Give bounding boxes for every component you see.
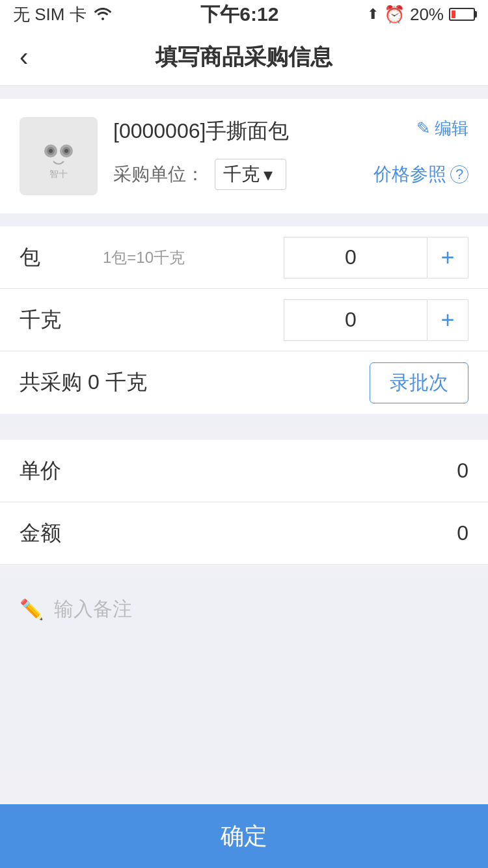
amount-label: 金额	[20, 519, 61, 548]
bag-plus-button[interactable]: +	[427, 237, 468, 278]
summary-text: 共采购 0 千克	[20, 368, 147, 397]
bag-label: 包	[20, 243, 98, 272]
unit-label-text: 采购单位：	[113, 162, 204, 187]
price-ref-help-icon: ?	[450, 165, 468, 183]
price-section: 单价 0 金额 0	[0, 440, 488, 565]
amount-row: 金额 0	[0, 502, 488, 565]
product-card: 智十 [0000006]手撕面包 ✎ 编辑 采购单位： 千克 ▾ 价格参照 ?	[0, 99, 488, 213]
summary-row: 共采购 0 千克 录批次	[0, 351, 488, 414]
confirm-button[interactable]: 确定	[0, 804, 488, 868]
notes-placeholder: 输入备注	[54, 596, 132, 623]
pencil-icon: ✏️	[20, 598, 44, 621]
kg-plus-button[interactable]: +	[427, 299, 468, 341]
spacer	[0, 641, 488, 771]
unit-price-value: 0	[457, 459, 468, 483]
svg-point-6	[64, 149, 68, 153]
time-label: 下午6:12	[200, 1, 278, 28]
back-button[interactable]: ‹	[20, 42, 28, 72]
wifi-icon	[93, 5, 113, 25]
bag-sublabel: 1包=10千克	[103, 247, 185, 268]
svg-point-5	[49, 149, 53, 153]
amount-value: 0	[457, 521, 468, 545]
edit-icon: ✎	[416, 118, 431, 139]
nav-bar: ‹ 填写商品采购信息	[0, 29, 488, 86]
unit-select[interactable]: 千克 ▾	[215, 159, 286, 190]
battery-pct: 20%	[410, 5, 444, 25]
kg-label: 千克	[20, 306, 98, 334]
product-name: [0000006]手撕面包	[113, 117, 289, 146]
unit-price-label: 单价	[20, 457, 61, 485]
section-divider-1	[0, 213, 488, 226]
bag-input-row: 包 1包=10千克 +	[0, 226, 488, 289]
section-divider-2	[0, 414, 488, 427]
notes-section[interactable]: ✏️ 输入备注	[0, 578, 488, 641]
kg-input-row: 千克 +	[0, 289, 488, 351]
batch-button[interactable]: 录批次	[370, 362, 468, 403]
edit-button[interactable]: ✎ 编辑	[416, 117, 468, 140]
input-section: 包 1包=10千克 + 千克 +	[0, 226, 488, 351]
location-icon: ⬆	[367, 6, 379, 23]
product-info: [0000006]手撕面包 ✎ 编辑 采购单位： 千克 ▾ 价格参照 ?	[113, 117, 468, 190]
product-image: 智十	[20, 117, 98, 195]
price-ref-button[interactable]: 价格参照 ?	[373, 162, 468, 187]
battery-icon	[449, 8, 475, 21]
status-left: 无 SIM 卡	[13, 3, 113, 26]
bag-quantity-input[interactable]	[284, 237, 427, 278]
carrier-label: 无 SIM 卡	[13, 3, 87, 26]
page-title: 填写商品采购信息	[156, 42, 332, 72]
svg-text:智十: 智十	[49, 169, 68, 179]
status-right: ⬆ ⏰ 20%	[367, 5, 475, 25]
kg-quantity-input[interactable]	[284, 299, 427, 341]
unit-price-row: 单价 0	[0, 440, 488, 502]
dropdown-arrow-icon: ▾	[264, 164, 273, 185]
alarm-icon: ⏰	[384, 5, 405, 25]
status-bar: 无 SIM 卡 下午6:12 ⬆ ⏰ 20%	[0, 0, 488, 29]
product-logo: 智十	[33, 128, 85, 185]
